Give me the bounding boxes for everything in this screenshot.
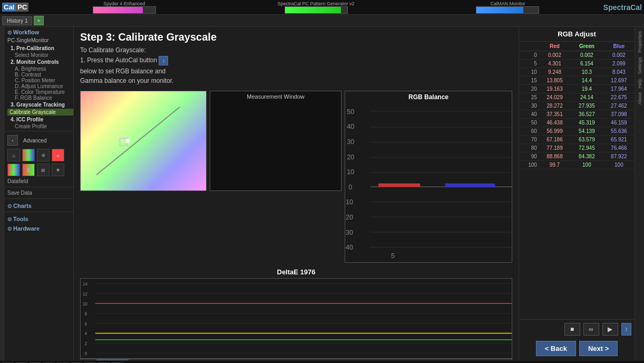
sidebar-chart-icon-6[interactable]: ▊ xyxy=(22,164,35,176)
rgb-table-row: 15 13.805 14.4 12.697 xyxy=(519,77,635,85)
sidebar-chart-icon-3[interactable]: ⊞ xyxy=(37,149,50,161)
x-tick-25[interactable]: 25 xyxy=(224,359,256,360)
hardware-title[interactable]: ⊙ Hardware xyxy=(4,223,73,233)
sidebar-save-data[interactable]: Save Data xyxy=(4,189,73,197)
taskbar: ⊞ 🌐 📁 📊 IE S PC PS ▦ 2:06 PM 4/16/2012 xyxy=(0,360,644,363)
rgb-balance-chart: RGB Balance xyxy=(345,91,512,263)
tools-title[interactable]: ⊙ Tools xyxy=(4,214,73,223)
rgb-table-row: 30 28.272 27.935 27.462 xyxy=(519,102,635,110)
svg-text:14: 14 xyxy=(83,281,88,286)
x-tick-50[interactable]: 50 xyxy=(320,359,352,360)
play-button[interactable]: ▶ xyxy=(602,323,618,336)
properties-label[interactable]: Properties xyxy=(637,29,642,55)
row-label-40: 40 xyxy=(519,110,539,119)
x-tick-80[interactable]: 80 xyxy=(416,359,448,360)
x-tick-90[interactable]: 90 xyxy=(448,359,480,360)
sidebar-icc-profile[interactable]: 4. ICC Profile xyxy=(7,116,73,123)
svg-point-2 xyxy=(125,139,130,143)
sidebar-create-profile[interactable]: Create Profile xyxy=(7,123,73,129)
row-blue-10: 8.043 xyxy=(603,68,635,77)
sidebar-select-monitor[interactable]: Select Monitor xyxy=(7,52,73,58)
x-tick-15[interactable]: 15 xyxy=(160,359,192,360)
x-tick-10[interactable]: 10 xyxy=(129,359,161,360)
spyder-bar[interactable] xyxy=(93,6,156,14)
spectra-bar[interactable] xyxy=(285,6,348,14)
sidebar-chart-icon-1[interactable]: △ xyxy=(7,149,20,161)
history-tab[interactable]: History 1 xyxy=(2,16,32,25)
x-tick-60[interactable]: 60 xyxy=(352,359,384,360)
x-tick-40[interactable]: 40 xyxy=(288,359,320,360)
row-label-20: 20 xyxy=(519,85,539,93)
row-green-60: 54.139 xyxy=(570,127,603,136)
row-label-50: 50 xyxy=(519,119,539,127)
svg-text:20: 20 xyxy=(347,154,354,161)
sidebar-color-temperature[interactable]: E. Color Temperature xyxy=(7,89,73,95)
x-tick-70[interactable]: 70 xyxy=(384,359,416,360)
rgb-adjust-title: RGB Adjust xyxy=(519,27,635,42)
row-blue-25: 22.675 xyxy=(603,93,635,102)
sidebar-chart-icon-4[interactable]: ▲ xyxy=(52,149,64,161)
settings-label[interactable]: Settings xyxy=(637,55,642,77)
back-button[interactable]: < Back xyxy=(536,341,576,356)
row-blue-70: 65.921 xyxy=(603,136,635,144)
about-label[interactable]: About xyxy=(637,90,642,107)
sidebar-contrast[interactable]: B. Contrast xyxy=(7,72,73,78)
row-red-15: 13.805 xyxy=(539,77,570,85)
sidebar-adjust-luminance[interactable]: D. Adjust Luminance xyxy=(7,83,73,89)
sidebar-pc-single[interactable]: PC-SingleMonitor xyxy=(4,36,73,44)
svg-text:8: 8 xyxy=(84,311,87,317)
col-header-blue: Blue xyxy=(603,42,635,51)
infinity-button[interactable]: ∞ xyxy=(583,323,599,336)
sidebar-chart-icon-8[interactable]: ◉ xyxy=(52,164,64,176)
sidebar-pre-calibration[interactable]: 1. Pre-Calibration xyxy=(7,44,73,52)
rgb-table-row: 100 99.7 100 100 xyxy=(519,161,635,169)
measurement-display xyxy=(212,104,339,188)
rgb-adjust-panel: RGB Adjust Red Green Blue 0 0.002 0.002 xyxy=(519,27,635,360)
sidebar-scrollbar[interactable] xyxy=(0,27,4,360)
sidebar-advanced-label[interactable]: Advanced xyxy=(20,137,50,145)
sidebar-icon-advanced[interactable]: ▪ xyxy=(7,135,18,146)
rgb-table-row: 90 88.868 84.382 87.922 xyxy=(519,152,635,161)
x-tick-100[interactable]: 100 xyxy=(480,359,512,360)
sidebar-calibrate-grayscale[interactable]: Calibrate Grayscale xyxy=(7,109,73,116)
sidebar-divider-4 xyxy=(4,212,73,212)
help-label[interactable]: Help xyxy=(637,77,642,91)
sidebar-chart-icon-5[interactable]: ▊ xyxy=(7,164,20,176)
x-tick-5[interactable]: 5 xyxy=(96,359,129,360)
autocal-icon-inline: ↕ xyxy=(159,56,168,65)
sidebar-rgb-balance[interactable]: F. RGB Balance xyxy=(7,95,73,101)
x-tick-30[interactable]: 30 xyxy=(256,359,288,360)
sidebar-brightness[interactable]: A. Brightness xyxy=(7,66,73,72)
app-logo: CalPC xyxy=(2,3,28,12)
deltae-chart: 14 12 10 8 6 4 2 0 xyxy=(80,278,512,359)
sidebar-grayscale-tracking[interactable]: 3. Grayscale Tracking xyxy=(7,101,73,109)
history-add-button[interactable]: + xyxy=(34,16,43,25)
step-viz-area: Measurement Window RGB Balance xyxy=(80,91,512,263)
sidebar-monitor-controls[interactable]: 2. Monitor Controls xyxy=(7,58,73,66)
sidebar-icc-group: 4. ICC Profile Create Profile xyxy=(4,116,73,129)
sidebar-datafield[interactable]: Datafield xyxy=(4,177,73,185)
sidebar-chart-icon-7[interactable]: ▤ xyxy=(37,164,50,176)
row-label-60: 60 xyxy=(519,127,539,136)
svg-text:5: 5 xyxy=(391,252,395,260)
row-red-10: 9.248 xyxy=(539,68,570,77)
sidebar-chart-icon-2[interactable]: ▊ xyxy=(22,149,35,161)
autocal-button[interactable]: ↕ xyxy=(621,323,632,336)
next-button[interactable]: Next > xyxy=(579,341,618,356)
rgb-table-row: 80 77.189 72.945 76.466 xyxy=(519,144,635,152)
svg-text:2: 2 xyxy=(84,341,87,346)
nav-buttons-row: < Back Next > xyxy=(519,339,635,360)
logo-cal: Cal xyxy=(2,3,16,12)
calman-bar[interactable] xyxy=(476,6,539,14)
logo-pc: PC xyxy=(16,3,28,12)
step-area: Step 3: Calibrate Grayscale To Calibrate… xyxy=(74,27,519,360)
svg-text:0: 0 xyxy=(348,184,352,191)
deltae-title: DeltaE 1976 xyxy=(80,266,512,278)
row-blue-60: 55.636 xyxy=(603,127,635,136)
sidebar-position-meter[interactable]: C. Position Meter xyxy=(7,78,73,83)
instruction-2: below to set RGB balance and xyxy=(80,68,512,75)
stop-button[interactable]: ■ xyxy=(564,323,580,336)
tools-label: Tools xyxy=(13,216,28,222)
row-green-25: 24.14 xyxy=(570,93,603,102)
x-tick-20[interactable]: 20 xyxy=(192,359,225,360)
